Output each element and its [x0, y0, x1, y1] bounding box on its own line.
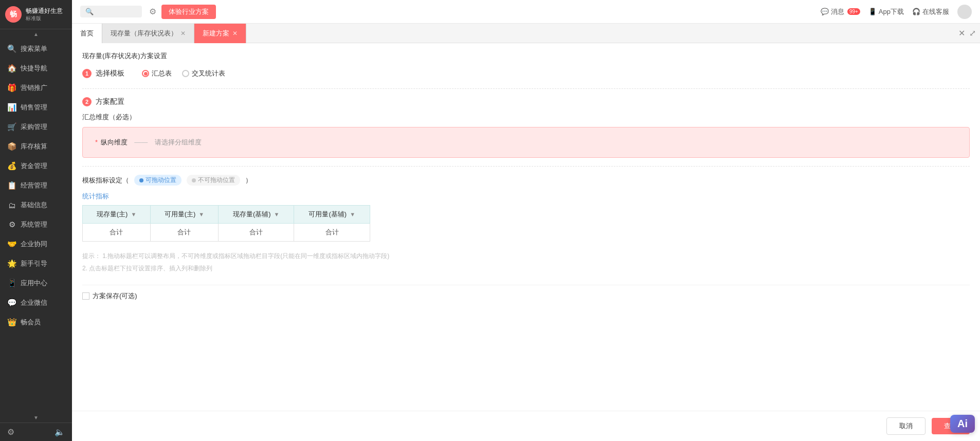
step2-block: 2 方案配置 汇总维度（必选） * 纵向维度 —— 请选择分组维度 模板指标设定… — [82, 97, 970, 274]
table-cell-2: 合计 — [218, 224, 294, 242]
col-1-chevron[interactable]: ▼ — [198, 211, 204, 217]
tab-new-plan-close[interactable]: ✕ — [232, 30, 238, 37]
radio-summary[interactable]: 汇总表 — [142, 69, 172, 78]
sidebar: 畅 畅赚通好生意 标准版 ▲ 🔍 搜索菜单 🏠 快捷导航 🎁 营销推广 📊 销售… — [0, 0, 72, 441]
save-checkbox[interactable] — [82, 292, 89, 300]
sidebar-item-collab[interactable]: 🤝 企业协同 — [0, 234, 72, 254]
sidebar-item-member[interactable]: 👑 畅会员 — [0, 313, 72, 332]
online-service-btn[interactable]: 🎧 在线客服 — [912, 7, 949, 16]
col-header-2-label: 现存量(基辅) — [233, 210, 271, 219]
sidebar-item-marketing[interactable]: 🎁 营销推广 — [0, 78, 72, 98]
settings-icon[interactable]: ⚙ — [149, 7, 156, 16]
sidebar-scroll-down[interactable]: ▼ — [0, 413, 72, 422]
no-drag-badge: 不可拖动位置 — [187, 175, 240, 186]
sidebar-item-system[interactable]: ⚙ 系统管理 — [0, 215, 72, 234]
sidebar-footer: ⚙ 🔈 — [0, 422, 72, 441]
settings-icon[interactable]: ⚙ — [7, 427, 14, 437]
sidebar-item-label: 销售管理 — [21, 103, 47, 112]
sidebar-item-label: 企业微信 — [21, 298, 47, 307]
indicator-suffix: ） — [245, 176, 252, 185]
online-service-label: 在线客服 — [922, 7, 949, 16]
step1-number: 1 — [82, 69, 92, 78]
message-icon: 💬 — [821, 8, 829, 15]
topbar-search-box[interactable]: 🔍 — [80, 6, 142, 17]
search-icon: 🔍 — [85, 8, 94, 15]
sidebar-item-label: 库存核算 — [21, 142, 47, 151]
stats-title: 统计指标 — [82, 192, 970, 201]
tips-section: 提示： 1.拖动标题栏可以调整布局，不可跨维度或指标区域拖动栏目字段(只能在同一… — [82, 250, 970, 274]
mobile-icon: 📱 — [7, 279, 16, 288]
radio-cross-label: 交叉统计表 — [192, 69, 225, 78]
main-area: 🔍 ⚙ 体验行业方案 💬 消息 99+ 📱 App下载 🎧 在线客服 首页 — [72, 0, 980, 441]
app-download-btn[interactable]: 📱 App下载 — [868, 7, 904, 16]
home-icon: 🏠 — [7, 64, 16, 73]
col-header-0[interactable]: 现存量(主) ▼ — [83, 206, 151, 224]
money-icon: 💰 — [7, 161, 16, 171]
sidebar-item-label: 搜索菜单 — [21, 44, 47, 53]
summary-dim-label: 汇总维度（必选） — [82, 113, 970, 122]
folder-icon: 🗂 — [7, 200, 16, 210]
section-divider-1 — [82, 88, 970, 89]
sidebar-item-sales[interactable]: 📊 销售管理 — [0, 98, 72, 117]
step1-header: 1 选择模板 汇总表 交叉统计表 — [82, 69, 970, 78]
step1-block: 1 选择模板 汇总表 交叉统计表 — [82, 69, 970, 78]
save-label: 方案保存(可选) — [93, 291, 137, 301]
sidebar-item-search[interactable]: 🔍 搜索菜单 — [0, 39, 72, 59]
message-label: 消息 — [831, 7, 844, 16]
col-3-chevron[interactable]: ▼ — [350, 211, 355, 217]
tab-new-plan-label: 新建方案 — [203, 29, 229, 38]
sidebar-item-nav[interactable]: 🏠 快捷导航 — [0, 59, 72, 78]
step2-header: 2 方案配置 — [82, 97, 970, 106]
sidebar-item-apps[interactable]: 📱 应用中心 — [0, 273, 72, 293]
col-header-1-label: 可用量(主) — [165, 210, 196, 219]
sidebar-scroll-up[interactable]: ▲ — [0, 29, 72, 39]
col-2-chevron[interactable]: ▼ — [274, 211, 280, 217]
dimension-placeholder[interactable]: 请选择分组维度 — [155, 138, 202, 146]
sidebar-item-basic-info[interactable]: 🗂 基础信息 — [0, 195, 72, 215]
sales-icon: 📊 — [7, 103, 16, 112]
sidebar-item-label: 基础信息 — [21, 200, 47, 210]
gift-icon: 🎁 — [7, 83, 16, 93]
message-badge: 99+ — [847, 8, 860, 15]
sidebar-item-inventory[interactable]: 📦 库存核算 — [0, 137, 72, 156]
step2-number: 2 — [82, 97, 92, 106]
cancel-button[interactable]: 取消 — [886, 417, 925, 435]
col-header-3[interactable]: 可用量(基辅) ▼ — [294, 206, 370, 224]
tab-expand-icon[interactable]: ⤢ — [969, 28, 976, 38]
handshake-icon: 🤝 — [7, 240, 16, 249]
table-cell-3: 合计 — [294, 224, 370, 242]
col-0-chevron[interactable]: ▼ — [131, 211, 136, 217]
gear-icon: ⚙ — [7, 220, 16, 229]
col-header-2[interactable]: 现存量(基辅) ▼ — [218, 206, 294, 224]
sidebar-item-wechat[interactable]: 💬 企业微信 — [0, 293, 72, 313]
sidebar-item-guide[interactable]: 🌟 新手引导 — [0, 254, 72, 273]
volume-icon[interactable]: 🔈 — [55, 427, 65, 437]
sidebar-item-management[interactable]: 📋 经营管理 — [0, 176, 72, 195]
footer-btns: 取消 查询 — [72, 411, 980, 441]
message-btn[interactable]: 💬 消息 99+ — [821, 7, 860, 16]
drag-label: 可拖动位置 — [146, 176, 176, 185]
search-input[interactable] — [97, 8, 138, 15]
col-header-3-label: 可用量(基辅) — [308, 210, 347, 219]
radio-summary-circle — [142, 70, 149, 77]
dimension-required: * — [95, 138, 98, 146]
col-header-1[interactable]: 可用量(主) ▼ — [150, 206, 218, 224]
tabs-bar: 首页 现存量（库存状况表） ✕ 新建方案 ✕ ✕ ⤢ — [72, 24, 980, 43]
user-avatar[interactable] — [957, 5, 972, 19]
clipboard-icon: 📋 — [7, 181, 16, 190]
tab-inventory-close[interactable]: ✕ — [180, 30, 186, 37]
tab-close-icon[interactable]: ✕ — [958, 28, 965, 38]
drag-dot — [139, 178, 143, 182]
sidebar-item-purchase[interactable]: 🛒 采购管理 — [0, 117, 72, 137]
sidebar-item-label: 营销推广 — [21, 83, 47, 93]
headset-icon: 🎧 — [912, 8, 920, 15]
radio-cross[interactable]: 交叉统计表 — [182, 69, 225, 78]
trial-btn[interactable]: 体验行业方案 — [161, 5, 216, 19]
ai-badge[interactable]: Ai — [950, 415, 975, 433]
tab-inventory[interactable]: 现存量（库存状况表） ✕ — [102, 24, 194, 43]
tab-new-plan[interactable]: 新建方案 ✕ — [194, 24, 246, 43]
tab-home[interactable]: 首页 — [72, 24, 102, 43]
radio-cross-circle — [182, 70, 189, 77]
save-checkbox-area: 方案保存(可选) — [82, 285, 970, 307]
sidebar-item-finance[interactable]: 💰 资金管理 — [0, 156, 72, 176]
